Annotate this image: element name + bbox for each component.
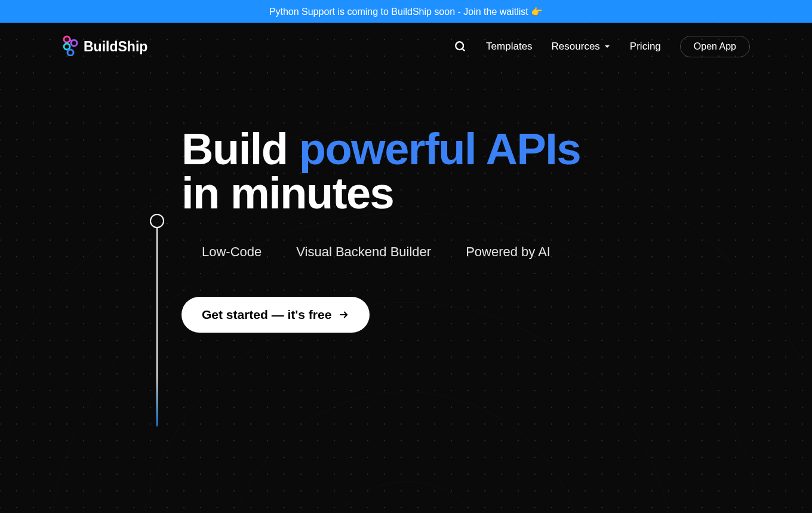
announcement-text: Python Support is coming to BuildShip so…: [269, 6, 543, 17]
hero-tag-lowcode: Low-Code: [202, 244, 262, 260]
announcement-banner[interactable]: Python Support is coming to BuildShip so…: [0, 0, 812, 23]
get-started-button[interactable]: Get started — it's free: [182, 297, 370, 333]
open-app-button[interactable]: Open App: [680, 36, 750, 57]
chevron-down-icon: [604, 43, 611, 50]
main-nav: Templates Resources Pricing Open App: [454, 36, 750, 57]
svg-point-2: [64, 44, 70, 50]
search-icon: [454, 40, 467, 53]
hero-content: Build powerful APIs in minutes Low-Code …: [143, 127, 812, 333]
hero-title-part1: Build: [182, 124, 288, 174]
svg-point-4: [456, 42, 463, 50]
hero-headline: Build powerful APIs in minutes: [182, 127, 812, 216]
timeline-decoration: [150, 214, 164, 426]
logo-icon: [62, 35, 79, 59]
hero-section: Build powerful APIs in minutes Low-Code …: [0, 70, 812, 333]
search-button[interactable]: [454, 40, 467, 53]
nav-pricing[interactable]: Pricing: [630, 41, 661, 53]
nav-templates[interactable]: Templates: [486, 41, 532, 53]
timeline-node-icon: [150, 214, 164, 228]
brand-logo[interactable]: BuildShip: [62, 35, 147, 59]
nav-resources-label: Resources: [552, 41, 600, 53]
brand-name: BuildShip: [84, 39, 147, 55]
hero-title-part2: in minutes: [182, 168, 393, 218]
hero-tags: Low-Code Visual Backend Builder Powered …: [182, 244, 812, 260]
hero-tag-visual: Visual Backend Builder: [296, 244, 431, 260]
site-header: BuildShip Templates Resources Pricing Op…: [0, 23, 812, 70]
hero-tag-ai: Powered by AI: [466, 244, 550, 260]
timeline-line: [156, 228, 158, 426]
nav-resources[interactable]: Resources: [552, 41, 611, 53]
hero-title-accent: powerful APIs: [299, 124, 580, 174]
arrow-right-icon: [339, 309, 349, 320]
svg-point-3: [67, 50, 73, 56]
svg-point-0: [64, 36, 70, 42]
svg-point-1: [71, 40, 77, 46]
cta-label: Get started — it's free: [202, 308, 331, 322]
svg-line-5: [462, 48, 465, 51]
